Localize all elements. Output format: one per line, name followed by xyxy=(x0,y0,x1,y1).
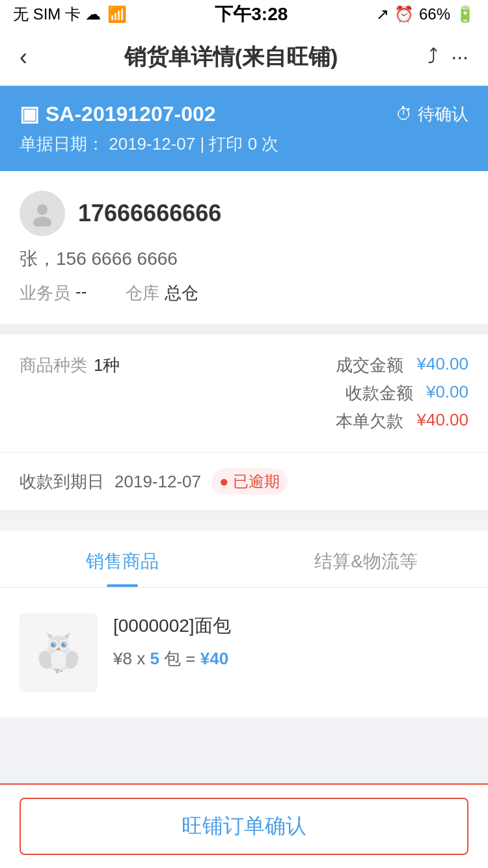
no-sim-text: 无 SIM 卡 ☁ xyxy=(13,4,101,25)
print-info: | 打印 0 次 xyxy=(200,134,278,154)
product-item: 管+ [0000002]面包 ¥8 x 5 包 = ¥40 xyxy=(20,601,468,705)
battery-text: 66% xyxy=(419,5,450,23)
more-icon[interactable]: ··· xyxy=(451,45,468,69)
bottom-bar: 旺铺订单确认 xyxy=(0,783,488,868)
order-number-container: ▣ SA-20191207-002 xyxy=(20,102,216,126)
wifi-icon: 📶 xyxy=(107,5,127,23)
confirm-button[interactable]: 旺铺订单确认 xyxy=(20,798,468,855)
clock-icon: ⏱ xyxy=(396,104,413,124)
svg-point-8 xyxy=(51,643,55,647)
customer-meta: 业务员 -- 仓库 总仓 xyxy=(20,282,468,305)
product-price-row: ¥8 x 5 包 = ¥40 xyxy=(113,647,468,670)
divider-1 xyxy=(0,324,488,334)
product-type-label: 商品种类 xyxy=(20,354,87,377)
back-button[interactable]: ‹ xyxy=(20,44,59,71)
order-date: 单据日期： 2019-12-07 | 打印 0 次 xyxy=(20,133,468,156)
due-date-label: 收款到期日 xyxy=(20,470,104,493)
invoice-icon: ▣ xyxy=(20,102,39,126)
product-type-container: 商品种类 1种 xyxy=(20,354,120,377)
divider-2 xyxy=(0,510,488,521)
due-date-value: 2019-12-07 xyxy=(115,472,201,492)
warehouse-value: 总仓 xyxy=(165,282,198,305)
alert-icon: ● xyxy=(219,472,229,491)
nav-actions: ⤴ ··· xyxy=(403,45,468,69)
equals: = xyxy=(185,649,200,668)
tab-products-label: 销售商品 xyxy=(86,551,159,571)
status-left: 无 SIM 卡 ☁ 📶 xyxy=(13,4,127,25)
status-text: 待确认 xyxy=(418,103,468,126)
amounts-container: 成交金额 ¥40.00 收款金额 ¥0.00 本单欠款 ¥40.00 xyxy=(336,354,468,433)
share-icon[interactable]: ⤴ xyxy=(427,45,438,69)
order-number-text: SA-20191207-002 xyxy=(46,102,216,126)
page-title: 销货单详情(来自旺铺) xyxy=(59,42,403,72)
summary-section: 商品种类 1种 成交金额 ¥40.00 收款金额 ¥0.00 本单欠款 ¥40.… xyxy=(0,334,488,452)
product-list: 管+ [0000002]面包 ¥8 x 5 包 = ¥40 xyxy=(0,588,488,718)
svg-point-1 xyxy=(33,217,51,226)
svg-point-0 xyxy=(37,204,47,215)
status-bar: 无 SIM 卡 ☁ 📶 下午3:28 ↗ ⏰ 66% 🔋 xyxy=(0,0,488,29)
total-price: ¥40 xyxy=(200,649,228,668)
customer-name: 张，156 6666 6666 xyxy=(20,247,468,271)
battery-icon: 🔋 xyxy=(455,5,475,23)
svg-point-9 xyxy=(62,643,66,647)
transaction-amount: ¥40.00 xyxy=(416,354,468,377)
order-status: ⏱ 待确认 xyxy=(396,103,468,126)
unit-price: ¥8 xyxy=(113,649,132,668)
salesman-label: 业务员 xyxy=(20,282,70,305)
overdue-badge: ● 已逾期 xyxy=(211,468,288,495)
order-header: ▣ SA-20191207-002 ⏱ 待确认 单据日期： 2019-12-07… xyxy=(0,86,488,171)
alarm-icon: ⏰ xyxy=(394,5,414,23)
date-value: 2019-12-07 xyxy=(109,134,195,154)
customer-avatar xyxy=(20,191,65,236)
status-time: 下午3:28 xyxy=(215,2,288,27)
transaction-label: 成交金额 xyxy=(336,354,403,377)
svg-text:管+: 管+ xyxy=(55,668,63,674)
product-type-value: 1种 xyxy=(94,354,120,377)
customer-phone: 17666666666 xyxy=(78,200,221,227)
customer-section: 17666666666 张，156 6666 6666 业务员 -- 仓库 总仓 xyxy=(0,171,488,324)
received-amount: ¥0.00 xyxy=(426,382,468,405)
status-right: ↗ ⏰ 66% 🔋 xyxy=(376,5,475,23)
warehouse-label: 仓库 xyxy=(126,282,159,305)
location-icon: ↗ xyxy=(376,5,389,23)
price-x: x xyxy=(137,649,150,668)
tab-settlement-label: 结算&物流等 xyxy=(314,551,418,571)
quantity: 5 xyxy=(150,649,159,668)
salesman-value: -- xyxy=(75,282,87,305)
date-label: 单据日期： xyxy=(20,134,104,154)
product-name: [0000002]面包 xyxy=(113,614,468,638)
tab-products[interactable]: 销售商品 xyxy=(0,531,244,587)
product-image: 管+ xyxy=(20,614,98,692)
product-info: [0000002]面包 ¥8 x 5 包 = ¥40 xyxy=(113,614,468,692)
tabs-header: 销售商品 结算&物流等 xyxy=(0,531,488,588)
nav-bar: ‹ 销货单详情(来自旺铺) ⤴ ··· xyxy=(0,29,488,86)
unit: 包 xyxy=(164,649,181,668)
overdue-text: 已逾期 xyxy=(233,471,280,492)
svg-point-10 xyxy=(53,644,55,645)
svg-point-17 xyxy=(51,651,66,669)
due-date-section: 收款到期日 2019-12-07 ● 已逾期 xyxy=(0,452,488,510)
svg-point-11 xyxy=(64,644,65,645)
balance-amount: ¥40.00 xyxy=(416,410,468,433)
tabs-section: 销售商品 结算&物流等 xyxy=(0,531,488,718)
balance-label: 本单欠款 xyxy=(336,410,403,433)
tab-settlement[interactable]: 结算&物流等 xyxy=(244,531,488,587)
received-label: 收款金额 xyxy=(346,382,413,405)
